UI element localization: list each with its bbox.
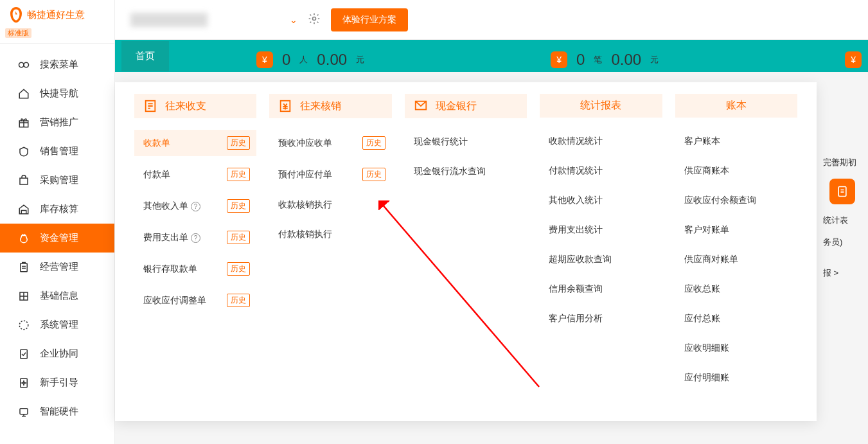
svg-rect-9 bbox=[20, 408, 28, 414]
brand-icon bbox=[9, 6, 23, 24]
history-badge[interactable]: 历史 bbox=[362, 136, 385, 150]
item-payment[interactable]: 付款单历史 bbox=[134, 161, 256, 188]
item-prereceive-offset[interactable]: 预收冲应收单历史 bbox=[269, 130, 391, 156]
history-badge[interactable]: 历史 bbox=[362, 168, 385, 181]
brand-title: 畅捷通好生意 bbox=[27, 9, 85, 21]
col-header: 往来收支 bbox=[134, 94, 256, 118]
mega-menu: 往来收支 收款单历史 付款单历史 其他收入单?历史 费用支出单?历史 银行存取款… bbox=[115, 82, 817, 421]
nav-marketing[interactable]: 营销推广 bbox=[0, 108, 114, 137]
nav-operations[interactable]: 经营管理 bbox=[0, 253, 114, 281]
gift-icon bbox=[18, 117, 30, 129]
history-badge[interactable]: 历史 bbox=[227, 136, 250, 150]
col-header: 现金银行 bbox=[405, 94, 527, 118]
stat-block: ¥ 0笔 0.00元 bbox=[551, 51, 659, 69]
svg-point-6 bbox=[19, 321, 28, 330]
nav-hardware[interactable]: 智能硬件 bbox=[0, 397, 114, 426]
main-area: ⌄ 体验行业方案 首页 往来收支 收款单历史 付款单历史 其他收入单?历史 费用… bbox=[115, 0, 868, 444]
chevron-down-icon: ⌄ bbox=[290, 15, 297, 25]
item-ar-ap-adjust[interactable]: 应收应付调整单历史 bbox=[134, 287, 256, 314]
item-ar-general[interactable]: 应收总账 bbox=[675, 277, 797, 301]
item-prepay-offset[interactable]: 预付冲应付单历史 bbox=[269, 161, 391, 188]
item-expense-stats[interactable]: 费用支出统计 bbox=[540, 218, 662, 242]
item-customer-credit[interactable]: 客户信用分析 bbox=[540, 306, 662, 331]
help-icon[interactable]: ? bbox=[191, 233, 200, 243]
svg-point-1 bbox=[24, 62, 29, 67]
item-ar-detail[interactable]: 应收明细账 bbox=[675, 336, 797, 360]
brand-edition: 标准版 bbox=[5, 28, 31, 38]
settings-button[interactable] bbox=[308, 12, 321, 28]
col-transactions: 往来收支 收款单历史 付款单历史 其他收入单?历史 费用支出单?历史 银行存取款… bbox=[128, 94, 263, 395]
item-customer-statement[interactable]: 客户对账单 bbox=[675, 218, 797, 242]
item-other-income[interactable]: 其他收入单?历史 bbox=[134, 193, 256, 219]
topbar: ⌄ 体验行业方案 bbox=[115, 0, 868, 40]
item-vendor-ledger[interactable]: 供应商账本 bbox=[675, 159, 797, 183]
nav-search[interactable]: 搜索菜单 bbox=[0, 50, 114, 79]
money-bag-icon bbox=[18, 233, 30, 244]
doc-icon bbox=[836, 185, 849, 198]
nav-sales[interactable]: 销售管理 bbox=[0, 137, 114, 166]
item-ap-detail[interactable]: 应付明细账 bbox=[675, 366, 797, 390]
item-ar-ap-balance[interactable]: 应收应付余额查询 bbox=[675, 188, 797, 213]
item-receipt[interactable]: 收款单历史 bbox=[134, 130, 256, 156]
cart-icon bbox=[18, 175, 30, 186]
stat-icon: ¥ bbox=[845, 51, 862, 68]
history-badge[interactable]: 历史 bbox=[227, 199, 250, 213]
right-text[interactable]: 完善期初 bbox=[823, 157, 868, 168]
item-pay-stats[interactable]: 付款情况统计 bbox=[540, 159, 662, 183]
right-partial-panel: 完善期初 统计表 务员) 报 > bbox=[823, 157, 868, 289]
col-cashbank: 现金银行 现金银行统计 现金银行流水查询 bbox=[398, 94, 533, 395]
svg-rect-7 bbox=[21, 350, 28, 359]
item-customer-ledger[interactable]: 客户账本 bbox=[675, 129, 797, 154]
nav-finance[interactable]: 资金管理 bbox=[0, 224, 114, 253]
help-icon[interactable]: ? bbox=[191, 202, 200, 211]
item-vendor-statement[interactable]: 供应商对账单 bbox=[675, 247, 797, 272]
item-ap-general[interactable]: 应付总账 bbox=[675, 306, 797, 331]
stat-icon: ¥ bbox=[551, 51, 567, 68]
content-area: 往来收支 收款单历史 付款单历史 其他收入单?历史 费用支出单?历史 银行存取款… bbox=[115, 72, 868, 98]
right-icon-button[interactable] bbox=[829, 179, 855, 204]
col-header: 账本 bbox=[675, 94, 797, 118]
doc-check-icon bbox=[18, 348, 30, 360]
col-header: 往来核销 bbox=[269, 94, 391, 118]
nav-quicknav[interactable]: 快捷导航 bbox=[0, 79, 114, 108]
item-credit-balance[interactable]: 信用余额查询 bbox=[540, 277, 662, 301]
tab-home[interactable]: 首页 bbox=[121, 41, 169, 71]
warehouse-icon bbox=[18, 204, 30, 215]
right-text[interactable]: 统计表 bbox=[823, 215, 868, 226]
item-otherincome-stats[interactable]: 其他收入统计 bbox=[540, 188, 662, 213]
col-header: 统计报表 bbox=[540, 94, 662, 118]
doc-yen-icon bbox=[278, 99, 292, 113]
item-receive-writeoff[interactable]: 收款核销执行 bbox=[269, 193, 391, 217]
stat-block: ¥ 0笔 0.00元 bbox=[845, 51, 868, 69]
item-receive-stats[interactable]: 收款情况统计 bbox=[540, 129, 662, 154]
item-cashbank-stats[interactable]: 现金银行统计 bbox=[405, 130, 527, 154]
col-ledger: 账本 客户账本 供应商账本 应收应付余额查询 客户对账单 供应商对账单 应收总账… bbox=[669, 94, 804, 395]
item-expense[interactable]: 费用支出单?历史 bbox=[134, 224, 256, 251]
history-badge[interactable]: 历史 bbox=[227, 294, 250, 307]
brand-block: 畅捷通好生意 标准版 bbox=[0, 0, 114, 44]
sparkle-icon bbox=[18, 377, 30, 389]
svg-rect-3 bbox=[20, 178, 28, 184]
history-badge[interactable]: 历史 bbox=[227, 231, 250, 244]
nav-basedata[interactable]: 基础信息 bbox=[0, 281, 114, 310]
history-badge[interactable]: 历史 bbox=[227, 262, 250, 276]
nav-guide[interactable]: 新手引导 bbox=[0, 368, 114, 397]
item-bank-transfer[interactable]: 银行存取款单历史 bbox=[134, 256, 256, 282]
item-cashbank-flow[interactable]: 现金银行流水查询 bbox=[405, 159, 527, 184]
item-overdue-ar[interactable]: 超期应收款查询 bbox=[540, 247, 662, 272]
nav-system[interactable]: 系统管理 bbox=[0, 310, 114, 339]
nav-purchase[interactable]: 采购管理 bbox=[0, 166, 114, 195]
nav-collab[interactable]: 企业协同 bbox=[0, 339, 114, 368]
gear-icon bbox=[308, 12, 321, 25]
history-badge[interactable]: 历史 bbox=[227, 168, 250, 181]
bank-icon bbox=[414, 99, 428, 113]
org-selector[interactable]: ⌄ bbox=[125, 9, 297, 31]
search-icon bbox=[18, 59, 30, 71]
item-pay-writeoff[interactable]: 付款核销执行 bbox=[269, 222, 391, 247]
industry-plan-button[interactable]: 体验行业方案 bbox=[331, 8, 408, 31]
nav-inventory[interactable]: 库存核算 bbox=[0, 195, 114, 224]
svg-rect-4 bbox=[21, 263, 28, 272]
stat-icon: ¥ bbox=[256, 51, 273, 68]
right-text[interactable]: 报 > bbox=[823, 267, 868, 279]
stats-strip: ¥ 0人 0.00元 ¥ 0笔 0.00元 ¥ 0笔 0.00元 bbox=[256, 51, 855, 69]
